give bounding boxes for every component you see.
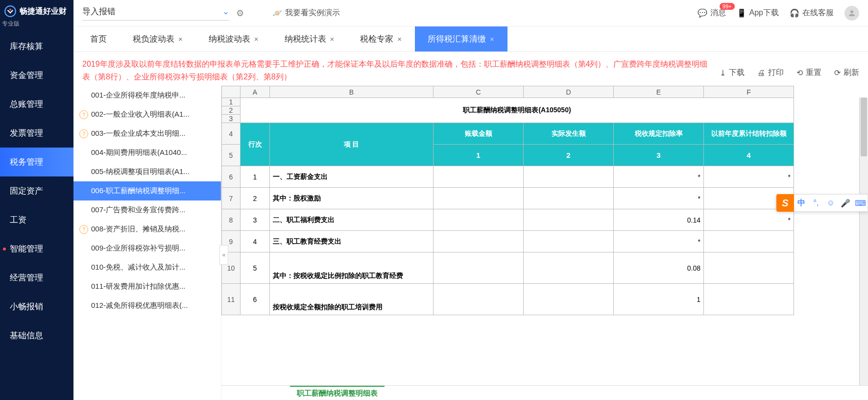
cell[interactable]: [704, 284, 794, 315]
table-header: 行次: [241, 123, 270, 166]
form-item-10[interactable]: 011-研发费用加计扣除优惠...: [73, 277, 221, 296]
cell[interactable]: [434, 209, 524, 231]
ime-emoji-icon[interactable]: ☺: [823, 199, 838, 207]
form-item-0[interactable]: 001-企业所得税年度纳税申...: [73, 86, 221, 105]
cell[interactable]: [524, 252, 614, 284]
cell[interactable]: [704, 252, 794, 284]
print-button[interactable]: 🖨打印: [757, 68, 784, 78]
cell[interactable]: [434, 188, 524, 209]
cell[interactable]: [524, 166, 614, 188]
planet-icon: 🪐: [272, 8, 282, 18]
form-item-11[interactable]: 012-减免所得税优惠明细表(...: [73, 296, 221, 315]
tab-2[interactable]: 纳税波动表×: [196, 26, 272, 51]
nav-item-5[interactable]: 固定资产: [0, 176, 73, 205]
download-button[interactable]: ⤓下载: [720, 68, 745, 78]
cell[interactable]: [524, 209, 614, 231]
nav-item-10[interactable]: 基础信息: [0, 321, 73, 350]
col-header[interactable]: C: [434, 86, 524, 98]
gear-icon[interactable]: ⚙: [236, 8, 244, 19]
form-item-3[interactable]: 004-期间费用明细表(A1040...: [73, 143, 221, 162]
cell[interactable]: [434, 284, 524, 315]
scroll-thumb[interactable]: [861, 98, 867, 156]
form-item-9[interactable]: 010-免税、减计收入及加计...: [73, 258, 221, 277]
tab-4[interactable]: 税检专家×: [347, 26, 415, 51]
form-item-7[interactable]: 008-资产折旧、摊销及纳税...: [73, 220, 221, 239]
search-value: 导入报错: [82, 6, 116, 17]
cell[interactable]: [704, 231, 794, 252]
cell[interactable]: 1: [614, 284, 704, 315]
tab-close-icon[interactable]: ×: [490, 35, 494, 43]
headset-icon: 🎧: [790, 8, 799, 18]
col-header[interactable]: E: [614, 86, 704, 98]
nav-item-1[interactable]: 资金管理: [0, 61, 73, 90]
nav-item-7[interactable]: 智能管理: [0, 234, 73, 263]
ime-toolbar[interactable]: S 中 °, ☺ 🎤 ⌨: [776, 194, 868, 212]
form-item-1[interactable]: 002-一般企业收入明细表(A1...: [73, 105, 221, 124]
nav-item-8[interactable]: 经营管理: [0, 263, 73, 292]
nav-item-6[interactable]: 工资: [0, 205, 73, 234]
sheet-tab-bar: 职工薪酬纳税调整明细表: [221, 385, 868, 400]
nav-item-9[interactable]: 小畅报销: [0, 292, 73, 321]
cell[interactable]: *: [704, 166, 794, 188]
ime-mic-icon[interactable]: 🎤: [838, 199, 853, 208]
nav-item-3[interactable]: 发票管理: [0, 119, 73, 148]
ime-lang[interactable]: 中: [794, 198, 809, 208]
refresh-button[interactable]: ⟳刷新: [834, 68, 859, 78]
cell[interactable]: [434, 252, 524, 284]
form-item-5[interactable]: 006-职工薪酬纳税调整明细...: [73, 181, 221, 200]
topbar: 导入报错 ⌄ ⚙ 🪐 我要看实例演示 💬 消息 99+ 📱 App下载 🎧 在线…: [73, 0, 868, 26]
chevron-down-icon[interactable]: ⌄: [222, 6, 229, 17]
grid-table: ABCDEF1职工薪酬纳税调整明细表(A105050)234行次项 目账载金额实…: [221, 86, 794, 315]
reset-icon: ⟲: [796, 68, 803, 77]
cell[interactable]: [434, 166, 524, 188]
form-item-8[interactable]: 009-企业所得税弥补亏损明...: [73, 239, 221, 258]
form-item-6[interactable]: 007-广告费和业务宣传费跨...: [73, 200, 221, 220]
reset-button[interactable]: ⟲重置: [796, 68, 821, 78]
cell[interactable]: *: [614, 231, 704, 252]
cell[interactable]: 0.14: [614, 209, 704, 231]
cell[interactable]: *: [614, 166, 704, 188]
ime-keyboard-icon[interactable]: ⌨: [853, 199, 868, 208]
sidebar: 畅捷通好业财 专业版 库存核算资金管理总账管理发票管理税务管理固定资产工资智能管…: [0, 0, 73, 400]
cell[interactable]: *: [614, 188, 704, 209]
tab-close-icon[interactable]: ×: [330, 35, 335, 43]
scrollbar-vertical[interactable]: [859, 98, 868, 385]
search-input[interactable]: 导入报错 ⌄: [82, 6, 229, 21]
col-header[interactable]: A: [241, 86, 270, 98]
messages-button[interactable]: 💬 消息 99+: [698, 8, 726, 18]
avatar[interactable]: [844, 6, 859, 21]
nav-item-4[interactable]: 税务管理: [0, 148, 73, 176]
tab-close-icon[interactable]: ×: [254, 35, 259, 43]
collapse-button[interactable]: «: [219, 245, 228, 265]
sheet-tab-active[interactable]: 职工薪酬纳税调整明细表: [290, 386, 385, 400]
nav-list: 库存核算资金管理总账管理发票管理税务管理固定资产工资智能管理经营管理小畅报销基础…: [0, 32, 73, 400]
phone-icon: 📱: [737, 8, 747, 18]
brand-name: 畅捷通好业财: [20, 6, 67, 17]
support-button[interactable]: 🎧 在线客服: [790, 8, 834, 18]
tab-close-icon[interactable]: ×: [397, 35, 402, 43]
app-download-button[interactable]: 📱 App下载: [737, 8, 779, 18]
nav-item-0[interactable]: 库存核算: [0, 32, 73, 61]
form-item-4[interactable]: 005-纳税调整项目明细表(A1...: [73, 162, 221, 181]
tab-0[interactable]: 首页: [77, 26, 120, 51]
demo-link[interactable]: 🪐 我要看实例演示: [272, 8, 340, 18]
tab-5[interactable]: 所得税汇算清缴×: [415, 26, 507, 51]
col-header[interactable]: B: [270, 86, 434, 98]
col-header[interactable]: F: [704, 86, 794, 98]
cell[interactable]: 0.08: [614, 252, 704, 284]
nav-item-2[interactable]: 总账管理: [0, 90, 73, 119]
top-right: 💬 消息 99+ 📱 App下载 🎧 在线客服: [698, 6, 859, 21]
form-item-2[interactable]: 003-一般企业成本支出明细...: [73, 124, 221, 143]
tab-1[interactable]: 税负波动表×: [120, 26, 196, 51]
col-header[interactable]: D: [524, 86, 614, 98]
cell[interactable]: [434, 231, 524, 252]
col-header[interactable]: [222, 86, 241, 98]
cell[interactable]: [524, 188, 614, 209]
cell[interactable]: [524, 284, 614, 315]
cell[interactable]: *: [704, 209, 794, 231]
ime-punct-icon[interactable]: °,: [809, 199, 823, 207]
cell[interactable]: [524, 231, 614, 252]
tab-3[interactable]: 纳税统计表×: [272, 26, 348, 51]
tab-close-icon[interactable]: ×: [178, 35, 183, 43]
spreadsheet[interactable]: ABCDEF1职工薪酬纳税调整明细表(A105050)234行次项 目账载金额实…: [221, 86, 868, 385]
